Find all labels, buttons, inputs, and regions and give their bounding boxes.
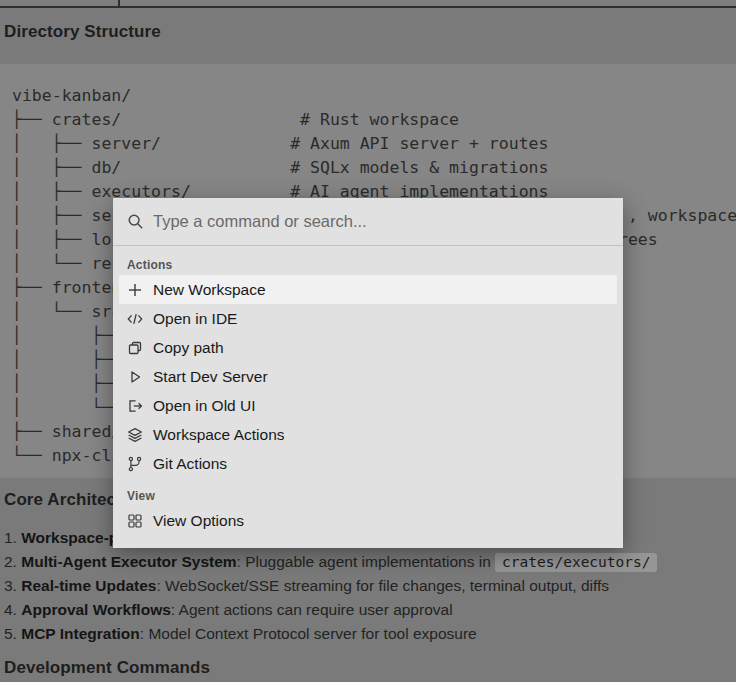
menu-item-copy-path[interactable]: Copy path — [113, 333, 623, 362]
code-line: │ ├── server/ # Axum API server + routes — [12, 132, 736, 156]
list-desc: : Pluggable agent implementations in — [237, 553, 496, 570]
search-icon — [127, 213, 144, 230]
menu-item-workspace-actions[interactable]: Workspace Actions — [113, 420, 623, 449]
list-desc: : Model Context Protocol server for tool… — [140, 625, 477, 642]
list-term: MCP Integration — [21, 625, 140, 642]
menu-item-open-in-ide[interactable]: Open in IDE — [113, 304, 623, 333]
command-list: Actions New Workspace Open in IDE — [113, 246, 623, 547]
copy-icon — [127, 340, 143, 356]
menu-item-open-in-old-ui[interactable]: Open in Old UI — [113, 391, 623, 420]
launch-icon — [127, 398, 143, 414]
list-number: 5. — [4, 625, 17, 642]
list-item: 4. Approval Workflows: Agent actions can… — [4, 598, 736, 622]
inline-code-chip: crates/executors/ — [495, 553, 657, 572]
directory-structure-heading: Directory Structure — [4, 22, 161, 42]
top-tab-bar — [0, 0, 736, 8]
menu-item-label: Open in Old UI — [153, 397, 256, 415]
menu-item-git-actions[interactable]: Git Actions — [113, 449, 623, 478]
list-item: 5. MCP Integration: Model Context Protoc… — [4, 622, 736, 646]
menu-item-label: New Workspace — [153, 281, 266, 299]
command-palette: Actions New Workspace Open in IDE — [113, 198, 623, 548]
menu-item-label: View Options — [153, 512, 244, 530]
menu-item-start-dev-server[interactable]: Start Dev Server — [113, 362, 623, 391]
list-number: 4. — [4, 601, 17, 618]
list-number: 1. — [4, 529, 17, 546]
app-root: { "document": { "heading_directory": "Di… — [0, 0, 736, 682]
code-line: vibe-kanban/ — [12, 84, 736, 108]
list-term: Approval Workflows — [21, 601, 171, 618]
menu-item-label: Start Dev Server — [153, 368, 268, 386]
menu-item-label: Open in IDE — [153, 310, 237, 328]
list-number: 3. — [4, 577, 17, 594]
list-term: Real-time Updates — [21, 577, 156, 594]
list-desc: : Agent actions can require user approva… — [171, 601, 453, 618]
list-number: 2. — [4, 553, 17, 570]
tab-divider — [118, 0, 120, 6]
list-item: 3. Real-time Updates: WebSocket/SSE stre… — [4, 574, 736, 598]
section-label-actions: Actions — [113, 255, 623, 275]
grid-icon — [127, 513, 143, 529]
plus-icon — [127, 282, 143, 298]
menu-item-label: Git Actions — [153, 455, 227, 473]
development-commands-heading: Development Commands — [4, 658, 210, 678]
list-item: 2. Multi-Agent Executor System: Pluggabl… — [4, 550, 736, 574]
list-term: Workspace-p — [21, 529, 118, 546]
menu-item-label: Copy path — [153, 339, 224, 357]
list-desc: : WebSocket/SSE streaming for file chang… — [156, 577, 609, 594]
list-term: Multi-Agent Executor System — [21, 553, 236, 570]
section-label-view: View — [113, 486, 623, 506]
menu-item-new-workspace[interactable]: New Workspace — [119, 275, 617, 304]
layers-icon — [127, 427, 143, 443]
menu-item-view-options[interactable]: View Options — [113, 506, 623, 535]
code-line: │ ├── db/ # SQLx models & migrations — [12, 156, 736, 180]
git-branch-icon — [127, 456, 143, 472]
code-line: ├── crates/ # Rust workspace — [12, 108, 736, 132]
command-search-input[interactable] — [153, 212, 609, 231]
code-icon — [127, 311, 143, 327]
command-search-row — [113, 198, 623, 246]
play-icon — [127, 369, 143, 385]
menu-item-label: Workspace Actions — [153, 426, 285, 444]
